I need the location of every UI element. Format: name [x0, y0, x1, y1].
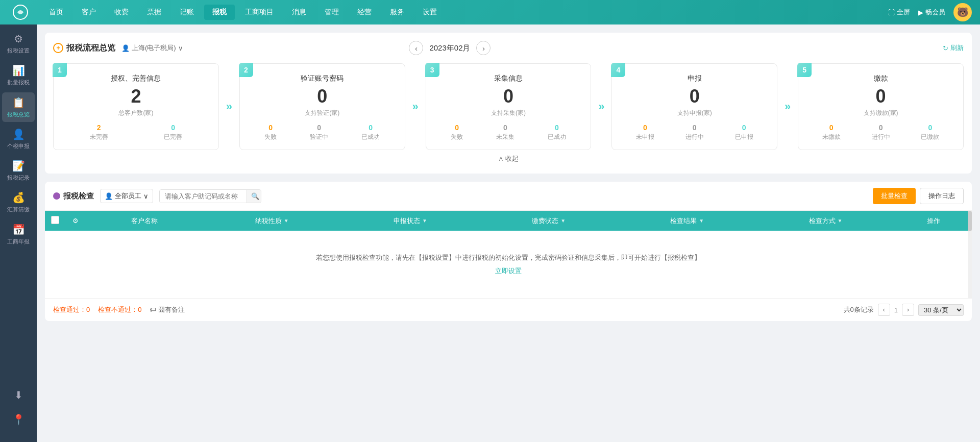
flow-arrow-1: » — [219, 63, 239, 150]
step-badge-3: 3 — [425, 63, 439, 77]
check-table: ⚙ 客户名称 纳税性质 ▼ — [45, 211, 972, 298]
sidebar-item-batch-tax[interactable]: 📊 批量报税 — [2, 60, 35, 90]
th-customer: 客户名称 — [86, 211, 203, 231]
member-btn[interactable]: ▶ 畅会员 — [918, 8, 945, 17]
card-title-3: 采集信息 — [434, 72, 583, 83]
total-count: 共0条记录 — [844, 305, 874, 314]
sidebar-item-tax-overview[interactable]: 📋 报税总览 — [2, 92, 35, 122]
current-month: 2023年02月 — [429, 43, 470, 53]
overview-title: + 报税流程总览 — [53, 43, 115, 54]
refresh-icon: ↻ — [943, 44, 948, 52]
nav-manage[interactable]: 管理 — [316, 5, 347, 20]
main-content: + 报税流程总览 👤 上海(电子税局) ∨ ‹ 2023年02月 › ↻ 刷新 — [37, 24, 980, 442]
refresh-btn[interactable]: ↻ 刷新 — [943, 43, 964, 53]
employee-select[interactable]: 👤 全部员工 ∨ — [100, 189, 153, 203]
collapse-icon: ∧ — [498, 155, 504, 162]
footer-fail: 检查不通过：0 — [98, 305, 141, 314]
settings-icon[interactable]: ⚙ — [72, 217, 79, 225]
vertical-scrollbar[interactable] — [968, 211, 972, 298]
customer-filter[interactable]: 客户名称 — [131, 216, 158, 226]
card-stats-3: 0 失败 0 未采集 0 已成功 — [434, 124, 583, 141]
sidebar-item-tax-records[interactable]: 📝 报税记录 — [2, 156, 35, 185]
nav-invoice[interactable]: 票据 — [139, 5, 169, 20]
filter-icon-tax-nature: ▼ — [284, 218, 289, 224]
declare-status-filter[interactable]: 申报状态 ▼ — [394, 216, 427, 226]
prev-month-btn[interactable]: ‹ — [409, 41, 423, 55]
empty-message: 若您想使用报税检查功能，请先在【报税设置】中进行报税的初始化设置，完成密码验证和… — [55, 251, 962, 264]
sidebar-item-download[interactable]: ⬇ — [2, 385, 35, 407]
app-logo[interactable] — [8, 0, 33, 24]
stat-unpaid: 0 未缴款 — [822, 124, 841, 141]
card-bignum-5: 0 — [806, 87, 955, 106]
card-sub-4: 支持申报(家) — [620, 109, 769, 117]
personal-tax-icon: 👤 — [12, 128, 25, 140]
prev-page-btn[interactable]: ‹ — [878, 304, 890, 316]
stat-label-verifying: 验证中 — [310, 133, 328, 141]
nav-items: 首页 客户 收费 票据 记账 报税 工商项目 消息 管理 经营 服务 设置 — [41, 5, 888, 20]
stat-label-complete: 已完善 — [164, 133, 182, 141]
next-month-btn[interactable]: › — [476, 41, 491, 55]
nav-bookkeeping[interactable]: 记账 — [172, 5, 202, 20]
nav-message[interactable]: 消息 — [284, 5, 314, 20]
sidebar-item-annual-report[interactable]: 📅 工商年报 — [2, 219, 35, 249]
nav-service[interactable]: 服务 — [382, 5, 412, 20]
stat-verifying: 0 验证中 — [310, 124, 328, 141]
mascot-avatar[interactable]: 🐻 — [953, 3, 972, 21]
top-navigation: 首页 客户 收费 票据 记账 报税 工商项目 消息 管理 经营 服务 设置 ⛶ … — [0, 0, 980, 24]
operation-log-btn[interactable]: 操作日志 — [920, 188, 964, 204]
search-icon: 🔍 — [251, 192, 259, 200]
card-title-1: 授权、完善信息 — [62, 72, 210, 83]
card-stats-1: 2 未完善 0 已完善 — [62, 124, 210, 141]
nav-customer[interactable]: 客户 — [74, 5, 104, 20]
check-title: 报税检查 — [53, 191, 94, 201]
sidebar-item-settlement[interactable]: 💰 汇算清缴 — [2, 187, 35, 217]
nav-settings[interactable]: 设置 — [414, 5, 445, 20]
card-stats-4: 0 未申报 0 进行中 0 已申报 — [620, 124, 769, 141]
arrow-icon-1: » — [226, 100, 232, 113]
batch-check-btn[interactable]: 批量检查 — [873, 188, 916, 204]
stat-label-success-2: 已成功 — [361, 133, 380, 141]
pay-status-filter[interactable]: 缴费状态 ▼ — [532, 216, 566, 226]
check-method-filter[interactable]: 检查方式 ▼ — [809, 216, 843, 226]
card-stats-5: 0 未缴款 0 进行中 0 已缴款 — [806, 124, 955, 141]
collapse-bar[interactable]: ∧ 收起 — [53, 150, 964, 165]
location-tag[interactable]: 👤 上海(电子税局) ∨ — [121, 43, 183, 53]
search-button[interactable]: 🔍 — [247, 190, 261, 203]
note-icon: 🏷 — [150, 306, 156, 313]
nav-operation[interactable]: 经营 — [349, 5, 380, 20]
next-page-btn[interactable]: › — [902, 304, 914, 316]
setup-link[interactable]: 立即设置 — [495, 267, 522, 275]
video-icon: ▶ — [918, 9, 923, 16]
nav-right: ⛶ 全屏 ▶ 畅会员 🐻 — [888, 3, 972, 21]
tax-nature-filter[interactable]: 纳税性质 ▼ — [255, 216, 289, 226]
nav-industry[interactable]: 工商项目 — [237, 5, 282, 20]
arrow-icon-4: » — [785, 100, 791, 113]
annual-report-icon: 📅 — [12, 224, 25, 236]
sidebar-bottom: ⬇ 📍 — [2, 385, 35, 442]
header-checkbox[interactable] — [51, 216, 59, 224]
th-action: 操作 — [895, 211, 972, 231]
tax-overview-icon: 📋 — [12, 96, 25, 109]
step-badge-2: 2 — [239, 63, 253, 77]
nav-home[interactable]: 首页 — [41, 5, 71, 20]
sidebar-item-tax-settings[interactable]: ⚙ 报税设置 — [2, 29, 35, 58]
check-toolbar: 报税检查 👤 全部员工 ∨ 🔍 批量检查 操作日志 — [45, 182, 972, 211]
nav-tax[interactable]: 报税 — [204, 5, 235, 20]
stat-fail-2: 0 失败 — [264, 124, 277, 141]
sidebar-item-personal-tax[interactable]: 👤 个税申报 — [2, 124, 35, 154]
sidebar-item-location[interactable]: 📍 — [2, 409, 35, 432]
stat-val-success-2: 0 — [361, 124, 380, 132]
search-input[interactable] — [160, 190, 247, 203]
location-chevron-icon: ∨ — [178, 44, 183, 52]
search-box: 🔍 — [159, 189, 261, 203]
th-declare-status: 申报状态 ▼ — [341, 211, 479, 231]
nav-fee[interactable]: 收费 — [106, 5, 137, 20]
per-page-select[interactable]: 30 条/页 50 条/页 100 条/页 — [918, 304, 964, 316]
stat-inprogress-5: 0 进行中 — [872, 124, 890, 141]
step-badge-1: 1 — [53, 63, 67, 77]
fullscreen-btn[interactable]: ⛶ 全屏 — [888, 8, 910, 17]
card-sub-5: 支持缴款(家) — [806, 109, 955, 117]
card-sub-3: 支持采集(家) — [434, 109, 583, 117]
current-page: 1 — [894, 306, 898, 314]
check-result-filter[interactable]: 检查结果 ▼ — [670, 216, 704, 226]
